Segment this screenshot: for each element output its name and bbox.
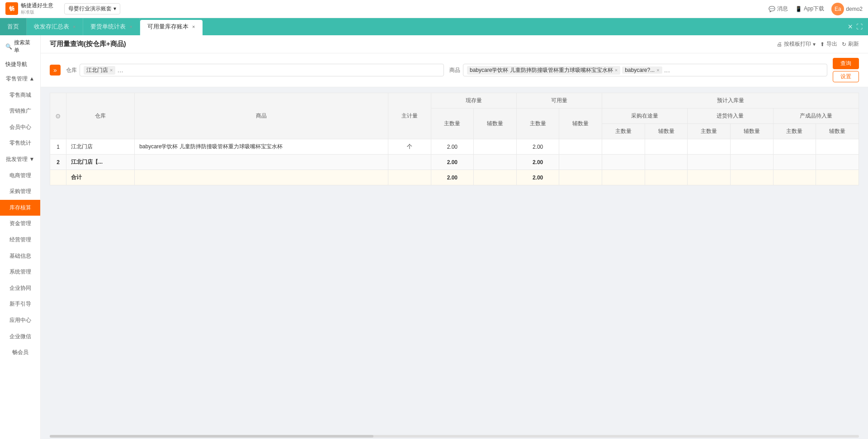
warehouse-filter-label: 仓库	[66, 66, 77, 74]
sidebar-wechat-label: 企业微信	[9, 333, 31, 340]
summary-purchase-main	[602, 155, 645, 170]
sidebar-member-label: 会员中心	[9, 124, 31, 130]
table-summary-row: 2 江北门店【... 2.00 2.00	[50, 155, 859, 170]
sidebar-item-wechat[interactable]: 企业微信	[0, 329, 40, 345]
product-filter-group: 商品 babycare学饮杯 儿童防摔防撞吸管杯重力球吸嘴杯宝宝水杯 × bab…	[449, 64, 827, 76]
product-filter-tags[interactable]: babycare学饮杯 儿童防摔防撞吸管杯重力球吸嘴杯宝宝水杯 × babyca…	[463, 64, 827, 76]
tab-home-label: 首页	[7, 23, 19, 31]
row-1-incoming-main	[688, 139, 731, 155]
sidebar-retail-mgmt-arrow: ▲	[29, 76, 35, 83]
sidebar-quick-nav[interactable]: 快捷导航	[0, 58, 40, 71]
page-actions: 🖨 按模板打印 ▾ ⬆ 导出 ↻ 刷新	[777, 40, 859, 48]
sidebar-item-wholesale[interactable]: 批发管理 ▼	[0, 151, 40, 168]
tab-spacer	[203, 18, 842, 35]
summary-incoming-aux	[730, 155, 773, 170]
sidebar-search[interactable]: 🔍 搜索菜单	[0, 35, 40, 58]
message-label: 消息	[777, 5, 788, 13]
sidebar-item-purchase[interactable]: 采购管理	[0, 184, 40, 200]
row-1-production-aux	[816, 139, 859, 155]
summary-incoming-main	[688, 155, 731, 170]
sidebar-item-enterprise[interactable]: 企业协同	[0, 280, 40, 297]
row-1-warehouse: 江北门店	[66, 139, 135, 155]
sidebar-item-ecommerce[interactable]: 电商管理	[0, 168, 40, 184]
tab-order[interactable]: 要货单统计表 ×	[83, 18, 140, 35]
product-tag-1-close[interactable]: ×	[615, 67, 618, 73]
quick-nav-label: 快捷导航	[5, 61, 27, 67]
close-all-tabs-button[interactable]: ×	[848, 23, 853, 31]
sidebar-item-marketing[interactable]: 营销推广	[0, 103, 40, 119]
filter-expand-button[interactable]: »	[50, 65, 61, 76]
settings-button[interactable]: 设置	[833, 71, 859, 82]
sidebar-item-retail-stats[interactable]: 零售统计	[0, 135, 40, 151]
product-tag-text: babycare学饮杯 儿童防摔防撞吸管杯重力球吸嘴杯宝宝水杯	[470, 66, 613, 74]
sidebar-operations-label: 经营管理	[9, 236, 31, 243]
scroll-thumb[interactable]	[50, 435, 373, 438]
table-settings-icon[interactable]: ⚙	[55, 113, 61, 120]
sidebar-item-member2[interactable]: 畅会员	[0, 345, 40, 361]
total-empty-2	[135, 170, 388, 185]
tab-order-label: 要货单统计表	[90, 23, 126, 31]
row-1-unit: 个	[388, 139, 431, 155]
template-print-label: 按模板打印	[784, 40, 811, 48]
row-1-product: babycare学饮杯 儿童防摔防撞吸管杯重力球吸嘴杯宝宝水杯	[135, 139, 388, 155]
warehouse-tag-close[interactable]: ×	[110, 67, 113, 73]
expand-window-button[interactable]: ⛶	[856, 23, 863, 30]
product-filter-more[interactable]: ...	[664, 66, 670, 74]
brand-name: 畅捷通好生意	[21, 2, 53, 9]
sidebar-item-newguide[interactable]: 新手引导	[0, 296, 40, 312]
app-download-button[interactable]: 📱 App下载	[795, 5, 824, 13]
sidebar-item-finance[interactable]: 资金管理	[0, 216, 40, 232]
sidebar-item-basics[interactable]: 基础信息	[0, 248, 40, 264]
summary-purchase-aux	[645, 155, 688, 170]
table-header-warehouse: 仓库	[66, 93, 135, 139]
sidebar-item-member[interactable]: 会员中心	[0, 119, 40, 136]
sidebar-marketing-label: 营销推广	[9, 108, 31, 114]
sidebar-item-retail-shop[interactable]: 零售商城	[0, 87, 40, 104]
total-empty-1	[50, 170, 66, 185]
refresh-button[interactable]: ↻ 刷新	[842, 40, 859, 48]
sidebar-inventory-label: 库存核算	[9, 204, 31, 211]
table-area: ⚙ 仓库 商品 主计量 现存量 可用量 预计入库量 主数量 辅数量 主数量 辅数…	[41, 87, 868, 434]
sidebar-item-operations[interactable]: 经营管理	[0, 232, 40, 248]
sidebar-item-system[interactable]: 系统管理	[0, 264, 40, 280]
message-button[interactable]: 💬 消息	[769, 5, 788, 13]
table-header-row-1: ⚙ 仓库 商品 主计量 现存量 可用量 预计入库量	[50, 93, 859, 109]
row-1-incoming-aux	[730, 139, 773, 155]
tab-available[interactable]: 可用量库存账本 ×	[140, 20, 203, 35]
export-button[interactable]: ⬆ 导出	[820, 40, 837, 48]
table-header-planned-in: 预计入库量	[602, 93, 859, 109]
tab-order-close[interactable]: ×	[129, 24, 132, 29]
table-header-incoming-main: 主数量	[688, 124, 731, 139]
template-print-button[interactable]: 🖨 按模板打印 ▾	[777, 40, 816, 48]
download-label: App下载	[804, 5, 824, 13]
sidebar-item-retail-mgmt[interactable]: 零售管理 ▲	[0, 71, 40, 87]
product-tag-2: babycare?... ×	[622, 66, 662, 74]
message-icon: 💬	[769, 6, 775, 12]
sidebar-item-appcenter[interactable]: 应用中心	[0, 312, 40, 329]
warehouse-filter-tags[interactable]: 江北门店 × ...	[80, 64, 444, 76]
brand-info: 畅捷通好生意 标准版	[21, 2, 53, 15]
table-header-incoming-pending: 进货待入量	[688, 109, 773, 124]
table-header-production-main: 主数量	[773, 124, 816, 139]
sidebar-item-inventory[interactable]: 库存核算	[0, 200, 40, 216]
total-label: 合计	[66, 170, 135, 185]
table-header-current-main: 主数量	[431, 109, 474, 139]
filter-bar: » 仓库 江北门店 × ... 商品 babycare学饮杯 儿童防摔防撞吸管杯…	[41, 53, 868, 87]
tab-home[interactable]: 首页	[0, 18, 27, 35]
sidebar-member2-label: 畅会员	[12, 349, 28, 355]
summary-num: 2	[50, 155, 66, 170]
query-button[interactable]: 查询	[833, 58, 859, 69]
tab-summary-label: 收发存汇总表	[34, 23, 69, 31]
tab-summary-close[interactable]: ×	[73, 24, 75, 29]
sidebar-retail-shop-label: 零售商城	[9, 92, 31, 98]
tab-available-close[interactable]: ×	[192, 24, 195, 29]
nav-tab-actions: × ⛶	[842, 18, 868, 35]
table-header-available: 可用量	[516, 93, 602, 109]
product-tag-2-close[interactable]: ×	[656, 67, 659, 73]
product-filter-label: 商品	[449, 66, 460, 74]
store-selector[interactable]: 母婴行业演示账套 ▾	[64, 3, 120, 14]
tab-summary[interactable]: 收发存汇总表 ×	[27, 18, 83, 35]
horizontal-scrollbar[interactable]	[41, 434, 868, 439]
user-profile[interactable]: Ea demo2	[831, 3, 863, 15]
warehouse-filter-more[interactable]: ...	[117, 66, 123, 74]
